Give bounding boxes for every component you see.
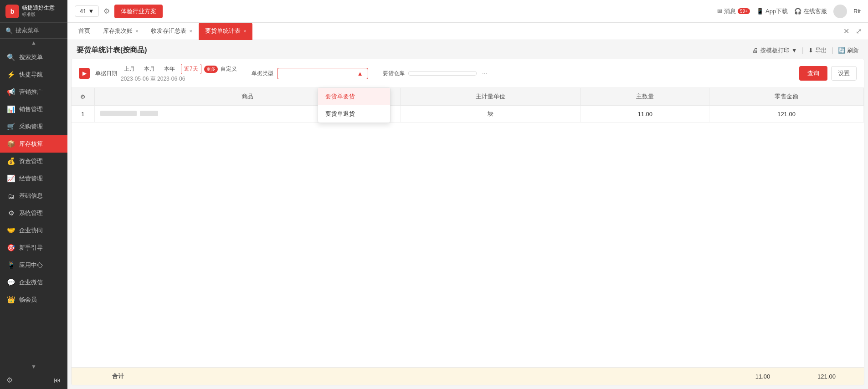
sidebar-logo: b: [5, 5, 19, 18]
tab-inventory-batch-label: 库存批次账: [103, 27, 133, 35]
tab-home[interactable]: 首页: [72, 23, 97, 40]
print-button[interactable]: 🖨 按模板打印 ▼: [752, 46, 797, 55]
export-button[interactable]: ⬇ 导出: [808, 46, 827, 55]
date-more-badge[interactable]: 更多: [204, 66, 218, 73]
user-name: Rit: [853, 8, 861, 15]
refresh-icon: 🔄: [838, 47, 845, 54]
sidebar-nav-item-7[interactable]: 📈经营管理: [0, 170, 67, 187]
sidebar-nav-item-2[interactable]: 📢营销推广: [0, 83, 67, 101]
nav-label-1: 快捷导航: [19, 71, 43, 79]
type-filter-section: 单据类型 ▲: [252, 68, 368, 79]
scroll-down-arrow[interactable]: ▼: [31, 363, 36, 370]
nav-icon-13: 💬: [6, 278, 15, 287]
store-dropdown-arrow: ▼: [88, 8, 94, 15]
nav-icon-0: 🔍: [6, 53, 15, 61]
date-last-month-btn[interactable]: 上月: [121, 64, 138, 74]
type-dropdown: 要货单要货 要货单退货: [318, 87, 390, 123]
topbar: 41 ▼ ⚙ 体验行业方案 ✉ 消息 99+ 📱 App下载 🎧 在线客服 Ri…: [67, 0, 868, 23]
data-table: ⚙ 商品 主计量单位 主数量 零售金额 1 块 11.00: [72, 88, 864, 123]
dropdown-item-return[interactable]: 要货单退货: [318, 105, 390, 123]
sidebar-search-label: 搜索菜单: [15, 26, 39, 35]
print-icon: 🖨: [752, 47, 758, 54]
tab-inventory-batch[interactable]: 库存批次账 ×: [97, 23, 144, 40]
nav-label-14: 畅会员: [19, 296, 37, 304]
settings-gear-icon[interactable]: ⚙: [103, 7, 110, 15]
tab-inventory-batch-close[interactable]: ×: [135, 28, 138, 34]
sidebar-nav-item-4[interactable]: 🛒采购管理: [0, 118, 67, 135]
nav-icon-7: 📈: [6, 174, 15, 183]
scroll-up[interactable]: ▲: [0, 39, 67, 47]
nav-label-12: 应用中心: [19, 261, 43, 269]
app-download-button[interactable]: 📱 App下载: [756, 7, 788, 15]
sidebar-nav-item-3[interactable]: 📊销售管理: [0, 101, 67, 118]
warehouse-filter-section: 要货仓库 ···: [383, 70, 488, 77]
store-selector[interactable]: 41 ▼: [75, 5, 99, 17]
filter-expand-button[interactable]: ▶: [79, 68, 90, 79]
export-icon: ⬇: [808, 47, 813, 54]
tab-receive-summary-close[interactable]: ×: [189, 28, 192, 34]
query-button[interactable]: 查询: [799, 66, 827, 81]
scroll-down[interactable]: ▼: [0, 363, 67, 371]
refresh-button[interactable]: 🔄 刷新: [838, 46, 859, 55]
page-actions: 🖨 按模板打印 ▼ | ⬇ 导出 | 🔄 刷新: [752, 46, 859, 55]
trial-button[interactable]: 体验行业方案: [114, 5, 163, 18]
product-placeholder: [100, 111, 137, 116]
collapse-icon[interactable]: ⏮: [54, 376, 61, 384]
sidebar-title: 畅捷通好生意: [22, 5, 55, 12]
col-settings[interactable]: ⚙: [72, 88, 94, 106]
window-expand-btn[interactable]: ⤢: [854, 27, 863, 36]
type-filter-input[interactable]: ▲: [277, 68, 368, 79]
filter-right-actions: 查询 设置: [799, 66, 857, 81]
window-close-btn[interactable]: ✕: [842, 27, 851, 36]
sidebar-footer: ⚙ ⏮: [0, 371, 67, 389]
user-avatar[interactable]: [833, 5, 847, 18]
settings-button[interactable]: 设置: [831, 66, 857, 81]
nav-label-3: 销售管理: [19, 105, 43, 113]
sidebar-nav-item-10[interactable]: 🤝企业协同: [0, 222, 67, 239]
filter-table-container: ▶ 单据日期 上月 本月 本年 近7天 更多 自定义 2023-05-06 至 …: [71, 59, 864, 385]
messages-button[interactable]: ✉ 消息 99+: [717, 7, 750, 15]
settings-icon[interactable]: ⚙: [6, 376, 13, 384]
col-amount: 零售金额: [709, 88, 864, 106]
type-filter-arrow: ▲: [357, 70, 363, 77]
tab-order-stats[interactable]: 要货单统计表 ×: [199, 23, 252, 40]
sidebar-nav-item-11[interactable]: 🎯新手引导: [0, 239, 67, 256]
cell-amount: 121.00: [709, 106, 864, 123]
type-filter-label: 单据类型: [252, 70, 273, 77]
date-this-month-btn[interactable]: 本月: [141, 64, 158, 74]
date-7days-btn[interactable]: 近7天: [181, 64, 201, 74]
tab-order-stats-close[interactable]: ×: [243, 28, 246, 34]
nav-label-5: 库存核算: [19, 140, 43, 148]
tab-receive-summary[interactable]: 收发存汇总表 ×: [144, 23, 198, 40]
print-label: 按模板打印: [760, 46, 790, 55]
date-custom-btn[interactable]: 自定义: [221, 65, 237, 73]
tabs-bar: 首页 库存批次账 × 收发存汇总表 × 要货单统计表 × ✕ ⤢: [67, 23, 868, 40]
dropdown-item-order[interactable]: 要货单要货: [318, 88, 390, 105]
sidebar-nav-item-12[interactable]: 📱应用中心: [0, 256, 67, 274]
sidebar-nav-item-6[interactable]: 💰资金管理: [0, 153, 67, 170]
warehouse-filter-input[interactable]: [408, 71, 477, 76]
nav-label-10: 企业协同: [19, 226, 43, 235]
nav-icon-3: 📊: [6, 105, 15, 113]
footer-total-amount: 121.00: [795, 373, 858, 380]
customer-service-button[interactable]: 🎧 在线客服: [794, 7, 827, 15]
table-row: 1 块 11.00 121.00: [72, 106, 864, 123]
col-settings-icon[interactable]: ⚙: [80, 93, 86, 100]
sidebar-nav-item-0[interactable]: 🔍搜索菜单: [0, 49, 67, 66]
nav-label-7: 经营管理: [19, 174, 43, 183]
sidebar-nav-item-8[interactable]: 🗂基础信息: [0, 187, 67, 205]
sidebar-nav-item-1[interactable]: ⚡快捷导航: [0, 66, 67, 83]
sidebar-nav-item-9[interactable]: ⚙系统管理: [0, 205, 67, 222]
sidebar-nav-item-5[interactable]: 📦库存核算: [0, 135, 67, 153]
cell-unit: 块: [401, 106, 581, 123]
nav-label-6: 资金管理: [19, 157, 43, 165]
tab-order-stats-label: 要货单统计表: [205, 27, 241, 35]
service-icon: 🎧: [794, 8, 801, 15]
sidebar-search[interactable]: 🔍 搜索菜单: [0, 23, 67, 39]
scroll-up-arrow[interactable]: ▲: [31, 40, 36, 46]
filter-more-button[interactable]: ···: [482, 70, 488, 77]
date-this-year-btn[interactable]: 本年: [161, 64, 178, 74]
sidebar-nav-item-13[interactable]: 💬企业微信: [0, 274, 67, 291]
sidebar-nav-item-14[interactable]: 👑畅会员: [0, 291, 67, 308]
nav-icon-10: 🤝: [6, 226, 15, 235]
